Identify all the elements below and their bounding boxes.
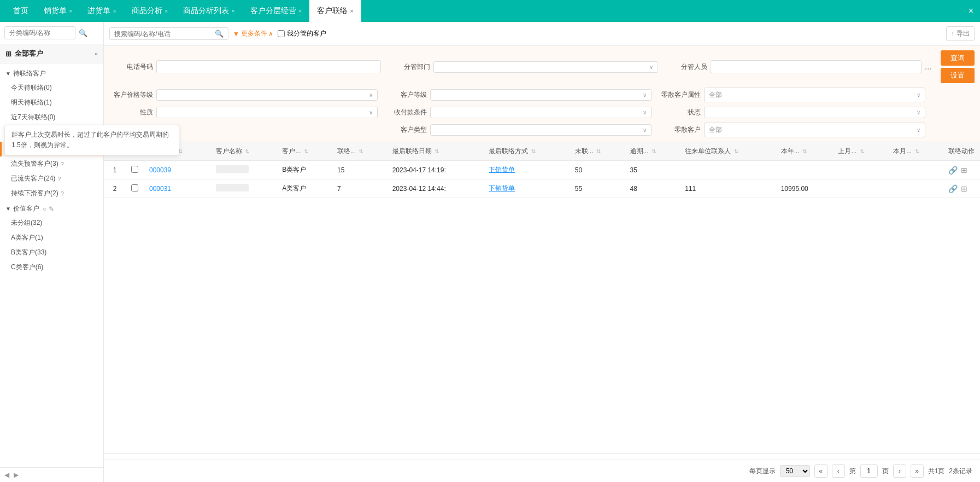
col-header-type[interactable]: 客户... ⇅	[277, 142, 332, 161]
col-header-this-year[interactable]: 本年... ⇅	[776, 142, 833, 161]
my-customers-checkbox[interactable]	[278, 30, 285, 37]
settings-button[interactable]: 设置	[941, 68, 975, 83]
sidebar-nav-left[interactable]: ◀	[4, 471, 9, 479]
sidebar-item-declining[interactable]: 持续下滑客户(2) ?	[0, 186, 103, 201]
page-number-input[interactable]	[860, 464, 878, 478]
row1-actions: 🔗 ⊞	[943, 161, 980, 179]
nav-sales-close[interactable]: ×	[69, 8, 72, 14]
nav-purchase-close[interactable]: ×	[113, 8, 116, 14]
sidebar-search-icon[interactable]: 🔍	[79, 29, 87, 37]
customer-type-select[interactable]: ∨	[430, 124, 652, 136]
row1-code[interactable]: 000039	[144, 161, 210, 179]
sidebar-item-today[interactable]: 今天待联络(0)	[0, 80, 103, 95]
row2-checkbox[interactable]	[131, 184, 138, 191]
customer-table: ⚙ 客户编码 ⇅ 客户名称 ⇅	[104, 142, 980, 198]
col-header-uncontact[interactable]: 未联... ⇅	[570, 142, 625, 161]
sidebar-item-tomorrow[interactable]: 明天待联络(1)	[0, 95, 103, 110]
nav-home[interactable]: 首页	[5, 0, 36, 22]
scattered-attr-select[interactable]: 全部 ∨	[704, 88, 925, 102]
col-header-last-month[interactable]: 上月... ⇅	[832, 142, 888, 161]
export-btn[interactable]: ↑ 导出	[946, 26, 975, 41]
row1-check[interactable]	[126, 161, 144, 179]
sidebar-item-class-c[interactable]: C类客户(6)	[0, 260, 103, 275]
col-header-contact[interactable]: 联络... ⇅	[332, 142, 387, 161]
sidebar-value-customers[interactable]: ▼ 价值客户 ○ ✎	[0, 201, 103, 216]
sidebar-item-class-a[interactable]: A类客户(1)	[0, 230, 103, 245]
row1-name[interactable]	[210, 161, 277, 179]
nav-product-list-close[interactable]: ×	[231, 8, 234, 14]
horizontal-scrollbar[interactable]	[104, 453, 980, 460]
last-page-btn[interactable]: »	[911, 464, 924, 478]
name-sort-icon: ⇅	[245, 148, 249, 154]
sidebar-item-unclassified[interactable]: 未分组(32)	[0, 216, 103, 230]
customer-level-select[interactable]: ∨	[430, 89, 652, 101]
scattered-arrow: ∨	[917, 127, 920, 133]
row1-action-icons: 🔗 ⊞	[948, 166, 975, 175]
uncontact-sort-icon: ⇅	[596, 148, 601, 154]
col-header-this-month[interactable]: 本月... ⇅	[888, 142, 943, 161]
row2-name[interactable]	[210, 179, 277, 198]
col-header-unit-contact[interactable]: 往来单位联系人 ⇅	[679, 142, 775, 161]
nav-product-list[interactable]: 商品分析列表 ×	[175, 0, 242, 22]
status-select[interactable]: ∨	[704, 107, 925, 118]
price-level-select[interactable]: ∨	[156, 89, 378, 101]
col-header-name[interactable]: 客户名称 ⇅	[210, 142, 277, 161]
sidebar-collapse-icon[interactable]: «	[95, 50, 98, 57]
next-page-btn[interactable]: ›	[893, 464, 906, 478]
nav-customer-segment-close[interactable]: ×	[298, 8, 302, 14]
nav-customer-contact-close[interactable]: ×	[350, 8, 353, 14]
nav-customer-segment[interactable]: 客户分层经营 ×	[243, 0, 309, 22]
sidebar-nav-right[interactable]: ▶	[14, 471, 19, 479]
dept-select[interactable]: ∨	[433, 61, 658, 73]
payment-select[interactable]: ∨	[430, 107, 652, 118]
sidebar: 🔍 ⊞ 全部客户 « ▼ 待联络客户 今天待联络(0) 明天待联络(1)	[0, 22, 104, 482]
filter-cell-customer-type: 客户类型 ∨	[383, 124, 652, 136]
row1-link-icon[interactable]: 🔗	[948, 166, 958, 175]
main-close-icon[interactable]: ×	[969, 6, 973, 16]
search-icon[interactable]: 🔍	[215, 30, 224, 38]
filter-row-1: 电话号码 分管部门 ∨ 分管人员 ... 查询 设置	[109, 50, 975, 83]
per-page-select[interactable]: 50 20 100	[780, 465, 810, 477]
sidebar-item-7days[interactable]: 近7天待联络(0)	[0, 110, 103, 125]
phone-input[interactable]	[156, 60, 381, 73]
price-level-label: 客户价格等级	[109, 90, 153, 100]
export-icon: ↑	[951, 30, 954, 38]
row2-grid-icon[interactable]: ⊞	[961, 184, 967, 193]
row2-link-icon[interactable]: 🔗	[948, 184, 958, 193]
search-input[interactable]	[114, 30, 213, 38]
nature-label: 性质	[109, 108, 153, 117]
row1-checkbox[interactable]	[131, 166, 138, 173]
sidebar-item-class-b[interactable]: B类客户(33)	[0, 245, 103, 260]
nav-product-analysis[interactable]: 商品分析 ×	[124, 0, 175, 22]
manager-label: 分管人员	[664, 62, 707, 72]
sidebar-search-input[interactable]	[4, 26, 75, 39]
row1-last-way[interactable]: 下销货单	[483, 161, 570, 179]
sidebar-item-churn-warning[interactable]: 流失预警客户(3) ?	[0, 156, 103, 171]
row2-overdue: 48	[625, 179, 680, 198]
row2-code[interactable]: 000031	[144, 179, 210, 198]
first-page-btn[interactable]: «	[814, 464, 828, 478]
prev-page-btn[interactable]: ‹	[832, 464, 845, 478]
sidebar-item-churned[interactable]: 已流失客户(24) ?	[0, 171, 103, 186]
nav-product-analysis-close[interactable]: ×	[165, 8, 168, 14]
value-customers-edit-icon[interactable]: ✎	[49, 205, 54, 213]
col-header-last-way[interactable]: 最后联络方式 ⇅	[483, 142, 570, 161]
my-customers-checkbox-area[interactable]: 我分管的客户	[278, 29, 326, 38]
nav-customer-contact[interactable]: 客户联络 ×	[309, 0, 361, 22]
last-date-sort-icon: ⇅	[435, 148, 439, 154]
query-button[interactable]: 查询	[941, 50, 975, 66]
row2-last-way[interactable]: 下销货单	[483, 179, 570, 198]
scattered-select[interactable]: 全部 ∨	[704, 123, 925, 137]
col-header-overdue[interactable]: 逾期... ⇅	[625, 142, 680, 161]
nav-purchase[interactable]: 进货单 ×	[80, 0, 124, 22]
nature-select[interactable]: ∨	[156, 107, 378, 118]
sidebar-all-customers[interactable]: ⊞ 全部客户 «	[0, 44, 103, 63]
col-header-last-date[interactable]: 最后联络日期 ⇅	[387, 142, 484, 161]
row1-grid-icon[interactable]: ⊞	[961, 166, 967, 175]
manager-input[interactable]	[711, 60, 922, 73]
sidebar-group-pending-title[interactable]: ▼ 待联络客户	[0, 66, 103, 80]
manager-ellipsis-btn[interactable]: ...	[922, 62, 935, 72]
nav-sales[interactable]: 销货单 ×	[36, 0, 80, 22]
row2-check[interactable]	[126, 179, 144, 198]
more-conditions-btn[interactable]: ▼ 更多条件 ∧	[233, 29, 273, 38]
